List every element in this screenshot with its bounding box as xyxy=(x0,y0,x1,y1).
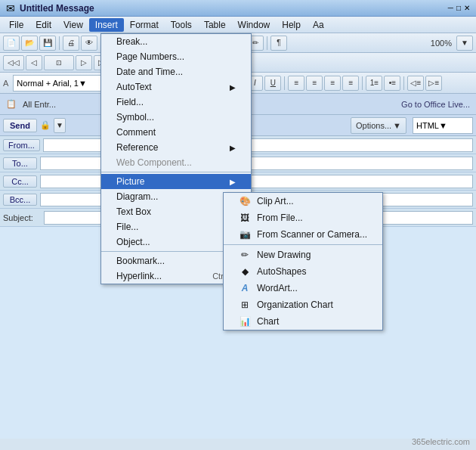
subject-label: Subject: xyxy=(3,213,41,222)
tb2-btn3[interactable]: ⊡ xyxy=(44,55,74,70)
format-value: HTML xyxy=(416,121,439,130)
maximize-button[interactable]: □ xyxy=(456,4,461,12)
picture-from-scanner[interactable]: 📷 From Scanner or Camera... xyxy=(224,226,382,243)
picture-from-file[interactable]: 🖼 From File... xyxy=(224,209,382,226)
field-label: Field... xyxy=(116,97,144,107)
bcc-button[interactable]: Bcc... xyxy=(3,194,37,206)
to-button[interactable]: To... xyxy=(3,157,37,169)
text-box-label: Text Box xyxy=(116,206,151,217)
autoshapes-icon: ◆ xyxy=(239,265,251,278)
picture-new-drawing[interactable]: ✏ New Drawing xyxy=(224,247,382,263)
tb2-btn4[interactable]: ▷ xyxy=(76,55,92,70)
file-label: File... xyxy=(116,222,138,232)
picture-chart[interactable]: 📊 Chart xyxy=(224,313,382,330)
diagram-label: Diagram... xyxy=(116,191,158,202)
justify-button[interactable]: ≡ xyxy=(342,76,359,91)
org-chart-label: Organization Chart xyxy=(257,299,333,310)
toolbar-separator xyxy=(59,36,60,50)
chart-icon: 📊 xyxy=(239,315,251,327)
options-label: Options... xyxy=(356,121,391,130)
insert-sep1 xyxy=(101,172,251,172)
autoshapes-label: AutoShapes xyxy=(257,266,306,277)
indent-inc-button[interactable]: ▷≡ xyxy=(425,76,442,91)
indent-dec-button[interactable]: ◁≡ xyxy=(407,76,424,91)
picture-org-chart[interactable]: ⊞ Organization Chart xyxy=(224,296,382,313)
send-button[interactable]: Send xyxy=(3,119,37,132)
menu-tools[interactable]: Tools xyxy=(165,18,198,32)
lock-icon: 🔒 xyxy=(40,120,51,130)
new-button[interactable]: 📄 xyxy=(3,36,20,51)
menu-edit[interactable]: Edit xyxy=(29,18,57,32)
underline-button[interactable]: U xyxy=(264,76,281,91)
scanner-icon: 📷 xyxy=(239,228,251,241)
save-button[interactable]: 💾 xyxy=(39,36,56,51)
reference-arrow: ▶ xyxy=(230,144,236,152)
insert-picture[interactable]: Picture ▶ xyxy=(101,174,251,189)
menu-help[interactable]: Help xyxy=(276,18,307,32)
bookmark-label: Bookmark... xyxy=(116,256,165,266)
picture-wordart[interactable]: A WordArt... xyxy=(224,280,382,296)
shortcuts-icon: 📋 xyxy=(6,99,17,109)
reference-label: Reference xyxy=(116,142,158,153)
menu-format[interactable]: Format xyxy=(124,18,165,32)
insert-break[interactable]: Break... xyxy=(101,34,251,49)
toolbar-separator6 xyxy=(267,36,267,50)
send-label: Send xyxy=(10,121,30,130)
options-button[interactable]: Options... ▼ xyxy=(351,117,406,134)
menu-insert[interactable]: Insert xyxy=(89,18,124,32)
options-dropdown-arrow: ▼ xyxy=(393,121,401,130)
date-time-label: Date and Time... xyxy=(116,67,183,77)
picture-submenu[interactable]: 🎨 Clip Art... 🖼 From File... 📷 From Scan… xyxy=(223,192,383,331)
menu-file[interactable]: File xyxy=(3,18,29,32)
clip-art-label: Clip Art... xyxy=(257,196,294,206)
format-sep3 xyxy=(284,76,285,90)
menu-window[interactable]: Window xyxy=(232,18,277,32)
format-sep4 xyxy=(362,76,363,90)
send-dropdown-arrow[interactable]: ▼ xyxy=(54,118,66,133)
symbol-label: Symbol... xyxy=(116,112,154,123)
new-drawing-icon: ✏ xyxy=(239,249,251,261)
style-dropdown-arrow: ▼ xyxy=(79,79,87,88)
from-button[interactable]: From... xyxy=(3,139,40,151)
from-scanner-label: From Scanner or Camera... xyxy=(257,229,367,240)
insert-symbol[interactable]: Symbol... xyxy=(101,110,251,125)
menu-table[interactable]: Table xyxy=(198,18,232,32)
print-button[interactable]: 🖨 xyxy=(63,36,79,51)
chart-label: Chart xyxy=(257,316,279,327)
show-hide-button[interactable]: ¶ xyxy=(270,36,287,51)
align-right-button[interactable]: ≡ xyxy=(324,76,341,91)
tb2-btn2[interactable]: ◁ xyxy=(26,55,42,70)
tb2-btn1[interactable]: ◁◁ xyxy=(3,55,24,70)
insert-page-numbers[interactable]: Page Numbers... xyxy=(101,49,251,64)
align-left-button[interactable]: ≡ xyxy=(288,76,304,91)
hyperlink-label: Hyperlink... xyxy=(116,271,162,281)
align-center-button[interactable]: ≡ xyxy=(306,76,323,91)
numbering-button[interactable]: 1≡ xyxy=(366,76,382,91)
picture-clip-art[interactable]: 🎨 Clip Art... xyxy=(224,193,382,209)
picture-autoshapes[interactable]: ◆ AutoShapes xyxy=(224,263,382,280)
cc-button[interactable]: Cc... xyxy=(3,175,37,188)
preview-button[interactable]: 👁 xyxy=(81,36,97,51)
menu-bar: File Edit View Insert Format Tools Table… xyxy=(0,17,476,33)
close-button[interactable]: ✕ xyxy=(464,4,470,12)
insert-comment[interactable]: Comment xyxy=(101,125,251,140)
format-select[interactable]: HTML ▼ xyxy=(413,117,473,134)
insert-field[interactable]: Field... xyxy=(101,95,251,110)
insert-autotext[interactable]: AutoText ▶ xyxy=(101,79,251,95)
comment-label: Comment xyxy=(116,127,156,138)
all-entries-label: All Entr... xyxy=(23,100,56,109)
office-live-link[interactable]: Go to Office Live... xyxy=(401,100,470,109)
clip-art-icon: 🎨 xyxy=(239,195,251,207)
insert-web-component: Web Component... xyxy=(101,155,251,170)
style-label: Normal + Arial, 1 xyxy=(17,79,79,88)
minimize-button[interactable]: ─ xyxy=(448,4,453,12)
zoom-dropdown[interactable]: ▼ xyxy=(456,36,473,51)
menu-view[interactable]: View xyxy=(57,18,89,32)
page-numbers-label: Page Numbers... xyxy=(116,51,184,62)
bullets-button[interactable]: •≡ xyxy=(384,76,400,91)
open-button[interactable]: 📂 xyxy=(21,36,38,51)
insert-reference[interactable]: Reference ▶ xyxy=(101,140,251,155)
menu-aa[interactable]: Aa xyxy=(307,18,330,32)
insert-date-time[interactable]: Date and Time... xyxy=(101,64,251,79)
autotext-arrow: ▶ xyxy=(230,83,236,92)
